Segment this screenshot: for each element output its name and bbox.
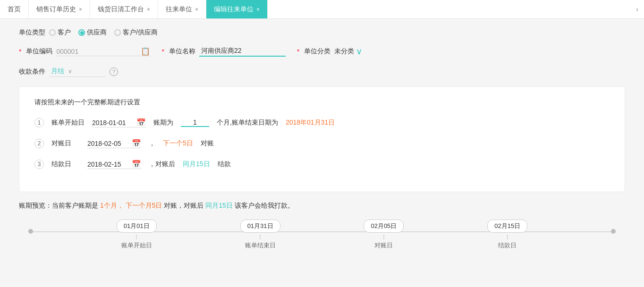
tab-home[interactable]: 首页	[0, 0, 29, 18]
radio-customer-label: 客户	[58, 28, 71, 37]
radio-both-label: 客户/供应商	[123, 28, 158, 37]
date-input-2-wrap: 📅	[87, 139, 141, 148]
unit-type-row: 单位类型 客户 供应商 客户/供应商	[19, 28, 625, 37]
unit-code-copy-icon[interactable]: 📋	[141, 47, 150, 56]
period-note-2-suffix: 对账	[201, 139, 214, 148]
collect-condition-row: 收款条件 月结 ∨ ?	[19, 66, 625, 77]
radio-supplier[interactable]: 供应商	[78, 28, 107, 37]
period-settings-box: 请按照未来的一个完整帐期进行设置 1 账单开始日 📅 账期为 个月,账单结束日期…	[19, 86, 625, 192]
timeline-badge-4: 02月15日	[487, 219, 527, 233]
calendar-icon-1[interactable]: 📅	[136, 118, 146, 127]
period-note-3-prefix: ，对账后	[149, 160, 175, 169]
radio-supplier-label: 供应商	[87, 28, 107, 37]
close-edit-partner-icon[interactable]: ×	[256, 7, 260, 12]
tab-sales-history-label: 销售订单历史	[36, 5, 76, 14]
unit-classify-value: 未分类	[334, 47, 354, 56]
tl-v-line-4	[507, 235, 508, 239]
collect-condition-value: 月结	[49, 66, 66, 76]
calendar-icon-2[interactable]: 📅	[132, 139, 141, 148]
radio-both[interactable]: 客户/供应商	[114, 28, 158, 37]
timeline-badge-3: 02月05日	[364, 219, 404, 233]
timeline-label-4: 结款日	[498, 241, 517, 250]
timeline-badge-2: 01月31日	[240, 219, 280, 233]
timeline-label-2: 账单结束日	[245, 241, 276, 250]
tab-partner-units[interactable]: 往来单位 ×	[158, 0, 206, 18]
timeline-point-1: 01月01日 账单开始日	[117, 219, 157, 250]
period-end-date: 2018年01月31日	[286, 118, 335, 127]
date-input-2[interactable]	[87, 140, 130, 147]
unit-info-row: * 单位编码 📋 * 单位名称 * 单位分类 未分类 ∨	[19, 46, 625, 57]
unit-name-item: * 单位名称	[161, 46, 285, 57]
tl-end-circle	[611, 229, 616, 234]
calendar-icon-3[interactable]: 📅	[132, 160, 141, 169]
timeline-label-3: 对账日	[374, 241, 393, 250]
preview-text: 账期预览：当前客户账期是 1个月， 下一个月5日 对账，对账后 同月15日 该客…	[19, 202, 625, 210]
step-1-num: 1	[34, 118, 44, 127]
preview-part3: 对账，对账后	[164, 202, 205, 209]
timeline-start-dot	[28, 219, 33, 234]
date-input-1-wrap: 📅	[92, 118, 146, 127]
period-note-2: ，	[149, 139, 155, 148]
period-months-input[interactable]	[181, 118, 209, 127]
date-input-3[interactable]	[87, 160, 130, 168]
unit-classify-label: 单位分类	[304, 47, 330, 56]
period-note-1-suffix: 个月,账单结束日期为	[217, 118, 278, 127]
unit-name-label: 单位名称	[169, 47, 195, 56]
close-sales-history-icon[interactable]: ×	[79, 7, 82, 12]
collect-condition-item: 收款条件 月结 ∨ ?	[19, 66, 118, 77]
timeline-point-3: 02月05日 对账日	[364, 219, 404, 250]
date-input-3-wrap: 📅	[87, 160, 141, 169]
tl-v-line-1	[136, 235, 137, 239]
period-label-2: 对账日	[51, 139, 80, 148]
period-row-2: 2 对账日 📅 ， 下一个5日 对账	[34, 139, 610, 148]
preview-part2: 下一个月5日	[126, 202, 162, 209]
period-label-3: 结款日	[51, 160, 80, 169]
date-input-1[interactable]	[92, 119, 135, 127]
unit-classify-select[interactable]: 未分类 ∨	[334, 46, 362, 57]
period-note-3-teal: 同月15日	[183, 160, 210, 169]
classify-dropdown-icon: ∨	[356, 46, 362, 57]
tab-cash-workbench[interactable]: 钱货日清工作台 ×	[90, 0, 158, 18]
timeline-point-2: 01月31日 账单结束日	[240, 219, 280, 250]
timeline-point-4: 02月15日 结款日	[487, 219, 527, 250]
period-row-1: 1 账单开始日 📅 账期为 个月,账单结束日期为 2018年01月31日	[34, 118, 610, 127]
collect-condition-arrow: ∨	[68, 68, 72, 75]
tab-partner-units-label: 往来单位	[166, 5, 192, 14]
collect-condition-select[interactable]: 月结 ∨	[49, 66, 106, 77]
timeline-container: 01月01日 账单开始日 01月31日 账单结束日 02月05日 对账日 02月…	[19, 219, 625, 250]
tab-more-button[interactable]: ›	[630, 5, 644, 14]
period-row-3: 3 结款日 📅 ，对账后 同月15日 结款	[34, 160, 610, 169]
step-3-num: 3	[34, 160, 44, 169]
close-cash-workbench-icon[interactable]: ×	[147, 7, 150, 12]
unit-name-required: *	[161, 48, 164, 55]
period-note-2-orange: 下一个5日	[163, 139, 193, 148]
radio-both-circle	[114, 29, 121, 36]
tl-start-circle	[28, 229, 33, 234]
unit-code-input-wrap: 📋	[56, 47, 150, 56]
unit-type-item: 单位类型 客户 供应商 客户/供应商	[19, 28, 158, 37]
collect-condition-help-icon[interactable]: ?	[110, 68, 118, 76]
preview-part1: 1个月，	[100, 202, 124, 209]
unit-code-input[interactable]	[56, 48, 139, 55]
tab-sales-history[interactable]: 销售订单历史 ×	[29, 0, 90, 18]
timeline-badge-1: 01月01日	[117, 219, 157, 233]
tabs-bar: 首页 销售订单历史 × 钱货日清工作台 × 往来单位 × 编辑往来单位 × ›	[0, 0, 644, 19]
unit-code-required: *	[19, 48, 21, 55]
collect-condition-label: 收款条件	[19, 68, 45, 76]
tab-home-label: 首页	[8, 5, 21, 14]
close-partner-units-icon[interactable]: ×	[195, 7, 198, 12]
period-note-3-suffix: 结款	[218, 160, 231, 169]
preview-prefix: 账期预览：当前客户账期是	[19, 202, 98, 209]
unit-code-label: 单位编码	[26, 47, 52, 56]
timeline-points-row: 01月01日 账单开始日 01月31日 账单结束日 02月05日 对账日 02月…	[28, 219, 616, 250]
radio-customer-circle	[49, 29, 56, 36]
preview-part5: 该客户会给我打款。	[235, 202, 294, 209]
unit-name-input[interactable]	[199, 46, 286, 57]
tl-v-line-2	[260, 235, 261, 239]
radio-customer[interactable]: 客户	[49, 28, 71, 37]
step-2-num: 2	[34, 139, 44, 148]
tab-edit-partner[interactable]: 编辑往来单位 ×	[206, 0, 268, 18]
unit-type-label: 单位类型	[19, 28, 45, 37]
preview-part4: 同月15日	[205, 202, 233, 209]
period-note-1-prefix: 账期为	[153, 118, 173, 127]
